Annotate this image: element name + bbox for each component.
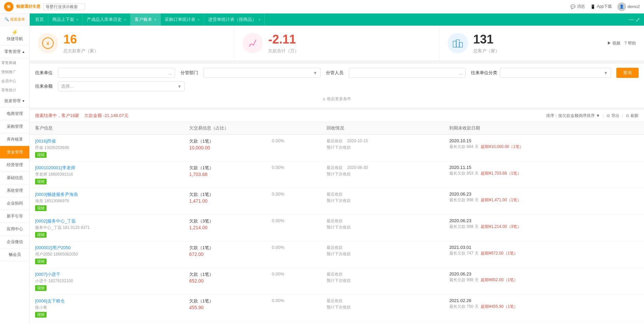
video-btn[interactable]: ▶ 视频 [607, 40, 620, 46]
customer-tag: 现销 [35, 259, 47, 264]
next-label: 预计下次收款 [327, 145, 439, 150]
export-btn[interactable]: ⊙ 导出 [607, 113, 619, 119]
filter-balance-select[interactable]: 选择... ▼ [58, 81, 185, 91]
help-btn[interactable]: ? 帮助 [624, 40, 636, 46]
tab-close-purchase[interactable]: × [197, 18, 199, 22]
tab-incoming-stats[interactable]: 进货单统计表（按商品） × [204, 13, 265, 26]
overdue-date: 2020.10.15 [449, 138, 639, 143]
search-button[interactable]: 查询 [616, 68, 639, 78]
tab-goods-listing[interactable]: 商品上下架 × [48, 13, 83, 26]
tab-close-goods[interactable]: × [76, 18, 78, 22]
overdue-amount[interactable]: 超期¥672.00（1笔） [481, 251, 518, 256]
tab-customer-account[interactable]: 客户账本 × [131, 13, 161, 26]
overdue-amount[interactable]: 超期¥1,214.00（3笔） [481, 224, 521, 229]
filter-category-input[interactable]: ▼ [500, 68, 611, 78]
refresh-btn[interactable]: ⊙ 刷新 [626, 113, 639, 119]
customer-tag: 现销 [35, 232, 47, 238]
collection-cell: 最近收款 预计下次收款 [321, 241, 444, 268]
customer-name-link[interactable]: [0001020001]李老师 [35, 165, 178, 171]
refresh-icon: ⊙ [626, 113, 629, 118]
collapse-btn[interactable]: ∧ 收起更多条件 [35, 95, 639, 103]
top-bar-left: 畅 畅捷通好生意 母婴行业演示账套 [4, 2, 85, 11]
results-area: 搜索结果中，客户16家 欠款金额 -21,148.07元 排序：按欠款金额倒序排… [30, 110, 644, 324]
customer-name-link[interactable]: [0007]小迸干 [35, 271, 178, 277]
customer-name-link[interactable]: [0006]去下粮仓 [35, 298, 178, 304]
overdue-cell: 2020.06.23 最长欠款 998 天 超期¥1,471.00（1笔） [444, 188, 644, 215]
sidebar-item-pifa[interactable]: 批发管理 ▼ [0, 95, 29, 108]
sidebar-sub-shangcheng[interactable]: 零售商城 [0, 58, 29, 67]
customer-name-link[interactable]: [0003]畅捷服务尹海燕 [35, 192, 178, 198]
overdue-amount[interactable]: 超期¥1,703.68（1笔） [481, 171, 521, 176]
col-customer-info: 客户信息 [30, 122, 184, 135]
stat-card-actions: ▶ 视频 ? 帮助 [607, 40, 636, 46]
debt-percent: 0.00% [272, 298, 284, 303]
sidebar-item-changhyuan[interactable]: 畅会员 [0, 248, 29, 261]
user-menu[interactable]: 👤 demo2 [617, 2, 640, 11]
message-btn[interactable]: 💬 消息 [570, 4, 585, 9]
latest-label: 最近收款 [327, 271, 439, 277]
tab-purchase-stats[interactable]: 采购订单统计表 × [161, 13, 204, 26]
table-header-row: 客户信息 欠交易信息（占比） 回收情况 到期未收款日期 [30, 122, 644, 135]
data-table: 客户信息 欠交易信息（占比） 回收情况 到期未收款日期 [0016]昂俊 昂俊 … [30, 122, 644, 324]
sidebar-item-diansang[interactable]: 电商管理 [0, 108, 29, 120]
sidebar-sub-lingshoutj[interactable]: 零售统计 [0, 86, 29, 95]
customer-tag: 现销 [35, 205, 47, 211]
sidebar-item-kuaijie[interactable]: ⚡ 快捷导航 [0, 26, 29, 46]
tab-bar-actions: — ⤢ [626, 17, 643, 23]
sidebar-item-zijin[interactable]: 资金管理 [0, 146, 29, 159]
sort-btn[interactable]: 排序：按欠款金额倒序排序 ▼ [546, 113, 600, 119]
tab-maximize-icon[interactable]: ⤢ [636, 17, 640, 23]
tab-production-history[interactable]: 产成品入库单历史 × [83, 13, 130, 26]
debt-customers-icon: ¥ [38, 33, 58, 53]
sidebar-item-caigou[interactable]: 采购管理 [0, 120, 29, 133]
debt-count: 欠款（1笔） [189, 245, 261, 251]
tab-close-customer[interactable]: × [154, 18, 156, 22]
collapse-icon: ∧ [323, 97, 326, 101]
overdue-amount[interactable]: 超期¥652.00（1笔） [481, 277, 518, 282]
debt-percent-cell: 0.00% [267, 161, 321, 188]
tab-close-production[interactable]: × [124, 18, 126, 22]
sidebar-item-xinshou[interactable]: 新手引导 [0, 210, 29, 223]
overdue-days: 最长欠款 998 天 超期¥1,471.00（1笔） [449, 197, 639, 203]
tab-home[interactable]: 首页 [31, 13, 48, 26]
filter-person-input[interactable]: ... [349, 68, 466, 78]
sidebar: 🔍 搜索菜单 ⚡ 快捷导航 零售管理 ▲ 零售商城 营销推广 会员中心 零售统计… [0, 13, 30, 324]
sidebar-sub-huiyuan[interactable]: 会员中心 [0, 77, 29, 86]
overdue-amount[interactable]: 超期¥455.90（1笔） [481, 304, 518, 309]
customer-name-link[interactable]: [0016]昂俊 [35, 138, 178, 144]
debt-count: 欠款（3笔） [189, 218, 261, 224]
sidebar-sub-yingxiao[interactable]: 营销推广 [0, 67, 29, 77]
sidebar-item-xitong[interactable]: 系统管理 [0, 184, 29, 197]
tab-minimize-icon[interactable]: — [629, 17, 634, 23]
results-header: 搜索结果中，客户16家 欠款金额 -21,148.07元 排序：按欠款金额倒序排… [30, 110, 644, 122]
filter-company-input[interactable]: ... [58, 68, 175, 78]
collection-cell: 最近收款 预计下次收款 [321, 188, 444, 215]
overdue-cell: 2020.11.15 最长欠款 853 天 超期¥1,703.68（1笔） [444, 161, 644, 188]
sidebar-item-weixin[interactable]: 企业微信 [0, 236, 29, 248]
latest-label: 最近收款 [327, 218, 439, 224]
logo-icon: 畅 [4, 2, 13, 11]
debt-count-cell: 欠款（1笔） 1,703.68 [184, 161, 267, 188]
sidebar-item-qiye[interactable]: 企业协同 [0, 197, 29, 210]
customer-tag: 现销 [35, 179, 47, 184]
debt-percent: 0.00% [272, 138, 284, 143]
store-select[interactable]: 母婴行业演示账套 [43, 3, 85, 10]
customer-cell: [0002]服务中心_丁磊 服务中心_丁磊 181 0125 8371 现销 [30, 215, 184, 241]
table-row: [0007]小迸干 小迸干 18279152100 现销 欠款（1笔） 652.… [30, 268, 644, 295]
overdue-amount[interactable]: 超期¥10,000.00（1笔） [481, 144, 524, 149]
overdue-amount[interactable]: 超期¥1,471.00（1笔） [481, 198, 521, 202]
results-actions: 排序：按欠款金额倒序排序 ▼ | ⊙ 导出 | ⊙ 刷新 [546, 113, 639, 119]
filter-dept-input[interactable]: ▼ [203, 68, 320, 78]
overdue-date: 2021.02.26 [449, 298, 639, 303]
sidebar-item-jingying[interactable]: 经营管理 [0, 159, 29, 172]
customer-name-link[interactable]: [000002]用户2050 [35, 245, 178, 251]
debt-count-cell: 欠款（1笔） 429.00 [184, 321, 267, 324]
app-download-btn[interactable]: 📱 App下载 [590, 4, 612, 9]
customer-name-link[interactable]: [0002]服务中心_丁磊 [35, 218, 178, 224]
sidebar-item-kucun[interactable]: 库存核算 [0, 133, 29, 146]
sidebar-item-lingshou[interactable]: 零售管理 ▲ [0, 46, 29, 58]
tab-close-incoming[interactable]: × [258, 18, 260, 22]
sidebar-item-jichu[interactable]: 基础信息 [0, 172, 29, 184]
sidebar-search[interactable]: 🔍 搜索菜单 [0, 13, 29, 26]
sidebar-item-yingyong[interactable]: 应用中心 [0, 223, 29, 236]
